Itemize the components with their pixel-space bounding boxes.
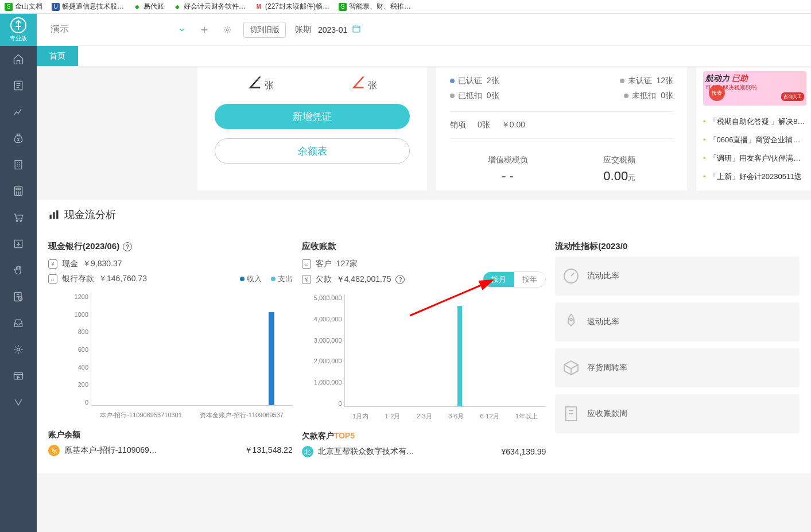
- svg-rect-20: [53, 212, 55, 219]
- bank-icon: ⌂: [48, 274, 57, 284]
- svg-point-10: [16, 220, 18, 222]
- promo-badge-icon: 报表: [709, 85, 725, 101]
- nav-home-icon[interactable]: [0, 46, 37, 72]
- bar-chart-icon: [48, 209, 60, 220]
- news-list: 「税期自助化答疑 」解决80% 「0606直播」商贸企业辅助核 「调研」用友客户…: [703, 106, 806, 186]
- legend-dot-icon: [271, 277, 275, 281]
- new-voucher-button[interactable]: 新增凭证: [215, 104, 410, 129]
- settings-button[interactable]: [219, 22, 235, 38]
- liquidity-metric[interactable]: 流动比率: [555, 257, 800, 296]
- svg-point-23: [570, 319, 572, 321]
- balance-sheet-button[interactable]: 余额表: [215, 138, 410, 164]
- chevron-down-icon: [178, 26, 186, 34]
- bookmark-item[interactable]: ◆易代账: [133, 2, 164, 11]
- body-scroll[interactable]: ∠ 张 ∠ 张 新增凭证 余额表 已认证 2张 未认证 12张 已抵扣 0张 未…: [37, 67, 811, 532]
- liquidity-metric[interactable]: 存货周转率: [555, 348, 800, 387]
- promo-banner[interactable]: 航动力 已助 可自主解决税期80% 报表 咨询人工: [703, 71, 806, 106]
- nav-hand-icon[interactable]: [0, 257, 37, 284]
- nav-settings-icon[interactable]: [0, 336, 37, 363]
- top5-title: 欠款客户TOP5: [302, 431, 546, 441]
- tax-payable: 应交税额 0.00元: [603, 155, 635, 184]
- nav-inbox-icon[interactable]: [0, 310, 37, 336]
- legend-dot-icon: [240, 277, 245, 281]
- calendar-icon[interactable]: [352, 24, 361, 36]
- liquidity-panel: 流动性指标(2023/0 流动比率 速动比率 存货周转率 应收账款周: [555, 241, 800, 462]
- period-value: 2023-01: [318, 25, 347, 34]
- svg-point-6: [20, 192, 21, 192]
- bookmark-icon: ◆: [133, 3, 141, 11]
- rank-badge-icon: 原: [48, 445, 60, 456]
- section-title-cashflow: 现金流分析: [37, 200, 811, 230]
- nav-calculator-icon[interactable]: [0, 178, 37, 204]
- gauge-icon: [562, 267, 580, 285]
- receipt-icon: [562, 405, 580, 423]
- promo-cta[interactable]: 咨询人工: [781, 92, 804, 101]
- switch-old-version-button[interactable]: 切到旧版: [243, 22, 286, 38]
- dot-icon: [450, 79, 455, 83]
- svg-point-8: [18, 194, 19, 195]
- bookmark-item[interactable]: S金山文档: [5, 2, 42, 11]
- tabs: 首页: [37, 46, 811, 67]
- logo[interactable]: 专业版: [0, 14, 37, 46]
- yen-icon: ¥: [302, 275, 311, 284]
- svg-rect-1: [15, 161, 22, 169]
- nav-cart-icon[interactable]: [0, 204, 37, 231]
- sales-row: 销项 0张 ￥0.00: [450, 120, 673, 130]
- help-icon[interactable]: ?: [123, 242, 132, 251]
- svg-rect-21: [56, 211, 58, 219]
- bookmark-item[interactable]: ◆好会计云财务软件…: [173, 2, 246, 11]
- nav-receipt-icon[interactable]: [0, 284, 37, 310]
- bookmark-icon: S: [339, 3, 347, 11]
- svg-point-17: [226, 29, 228, 31]
- help-icon[interactable]: ?: [395, 275, 405, 284]
- tab-home[interactable]: 首页: [37, 46, 78, 66]
- nav-v-icon[interactable]: [0, 389, 37, 415]
- news-item[interactable]: 「0606直播」商贸企业辅助核: [703, 131, 806, 149]
- logo-icon: [10, 17, 26, 33]
- bookmark-icon: S: [5, 3, 13, 11]
- rank-badge-icon: 北: [302, 446, 313, 457]
- nav-building-icon[interactable]: [0, 152, 37, 178]
- bookmark-item[interactable]: M(227封未读邮件)畅…: [255, 2, 329, 11]
- liquidity-metric[interactable]: 应收账款周: [555, 394, 800, 433]
- news-item[interactable]: 「调研」用友客户/伙伴满意度: [703, 149, 806, 168]
- svg-point-11: [20, 220, 22, 222]
- account-dropdown[interactable]: 演示: [44, 24, 193, 36]
- sidebar: 专业版: [0, 14, 37, 532]
- dot-icon: [450, 94, 455, 98]
- voucher-count-1: ∠ 张: [247, 73, 273, 92]
- news-item[interactable]: 「税期自助化答疑 」解决80%: [703, 112, 806, 131]
- bar: [269, 312, 274, 405]
- liquidity-metric[interactable]: 速动比率: [555, 302, 800, 341]
- bookmark-item[interactable]: S智能票、财、税推…: [339, 2, 411, 11]
- bookmarks-bar: S金山文档 U畅捷通信息技术股… ◆易代账 ◆好会计云财务软件… M(227封未…: [0, 0, 811, 14]
- add-button[interactable]: [196, 22, 212, 38]
- bookmark-item[interactable]: U畅捷通信息技术股…: [52, 2, 124, 11]
- cash-bank-chart: 120010008006004002000 本户-招行-110906953710…: [48, 293, 293, 420]
- account-balance-title: 账户余额: [48, 430, 293, 440]
- nav-media-icon[interactable]: [0, 363, 37, 389]
- period-label: 账期: [295, 25, 311, 35]
- nav-moneybag-icon[interactable]: [0, 125, 37, 152]
- nav-download-icon[interactable]: [0, 231, 37, 257]
- news-item[interactable]: 「上新」好会计20230511迭: [703, 168, 806, 186]
- box-icon: [562, 359, 580, 377]
- top5-row[interactable]: 北北京互帮联众数字技术有… ¥634,139.99: [302, 441, 546, 462]
- svg-point-7: [16, 194, 17, 195]
- nav-document-icon[interactable]: [0, 72, 37, 99]
- svg-point-9: [20, 194, 21, 195]
- account-balance-row[interactable]: 原原基本户-招行-1109069… ￥131,548.22: [48, 440, 293, 461]
- nav-chart-icon[interactable]: [0, 99, 37, 125]
- svg-rect-3: [16, 188, 21, 190]
- receivable-panel: 应收账款 ☺客户127家 ¥欠款￥4,482,001.75? 按月 按年 5,0…: [302, 241, 546, 462]
- person-icon: ☺: [302, 259, 311, 269]
- svg-point-5: [18, 192, 19, 192]
- receivable-chart: 5,000,0004,000,0003,000,0002,000,0001,00…: [302, 294, 546, 421]
- toggle-month[interactable]: 按月: [483, 272, 514, 287]
- cash-bank-panel: 现金银行(2023/06)? ¥现金￥9,830.37 ⌂银行存款￥146,76…: [48, 241, 293, 462]
- rocket-icon: [562, 313, 580, 331]
- voucher-count-2: ∠ 张: [351, 73, 377, 92]
- svg-point-15: [17, 348, 20, 351]
- svg-rect-18: [353, 26, 360, 32]
- toggle-year[interactable]: 按年: [514, 272, 545, 287]
